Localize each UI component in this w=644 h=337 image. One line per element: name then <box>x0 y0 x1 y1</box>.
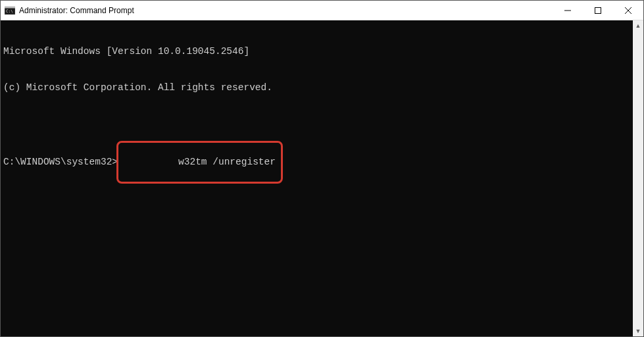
maximize-button[interactable] <box>583 1 613 20</box>
command-prompt-window: C:\ Administrator: Command Prompt Micros… <box>0 0 644 337</box>
version-line: Microsoft Windows [Version 10.0.19045.25… <box>3 45 630 57</box>
close-button[interactable] <box>613 1 643 20</box>
svg-text:C:\: C:\ <box>6 9 13 13</box>
scroll-up-button[interactable]: ▲ <box>633 20 643 31</box>
content-area: Microsoft Windows [Version 10.0.19045.25… <box>1 20 643 336</box>
window-title: Administrator: Command Prompt <box>19 6 553 15</box>
command-text: w32tm /unregister <box>178 157 276 167</box>
prompt-line: C:\WINDOWS\system32> w32tm /unregister <box>3 141 630 183</box>
prompt-path: C:\WINDOWS\system32> <box>3 156 118 168</box>
cmd-icon: C:\ <box>5 5 15 16</box>
copyright-line: (c) Microsoft Corporation. All rights re… <box>3 82 630 93</box>
minimize-button[interactable] <box>553 1 583 20</box>
titlebar[interactable]: C:\ Administrator: Command Prompt <box>1 1 643 20</box>
window-controls <box>553 1 643 20</box>
scroll-down-button[interactable]: ▼ <box>633 326 643 336</box>
vertical-scrollbar[interactable]: ▲ ▼ <box>633 20 643 336</box>
command-highlight: w32tm /unregister <box>116 141 283 183</box>
scroll-track[interactable] <box>633 31 643 326</box>
terminal-output[interactable]: Microsoft Windows [Version 10.0.19045.25… <box>1 20 633 336</box>
svg-rect-4 <box>595 7 601 13</box>
